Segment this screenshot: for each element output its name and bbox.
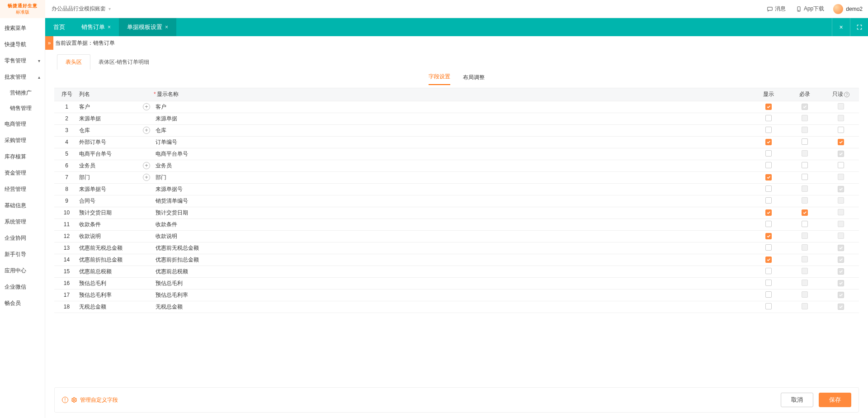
cell-display-name[interactable]: 无税总金额 xyxy=(154,301,750,313)
cell-display-name[interactable]: 优惠前折扣总金额 xyxy=(154,254,750,266)
checkbox[interactable] xyxy=(765,256,772,263)
checkbox[interactable] xyxy=(765,291,772,298)
sidebar-subitem[interactable]: 营销推广 xyxy=(0,85,45,100)
workspace-tab[interactable]: 首页 xyxy=(45,18,73,36)
user-name[interactable]: demo2 xyxy=(846,6,863,12)
checkbox[interactable] xyxy=(838,127,844,133)
fullscreen-icon[interactable] xyxy=(850,18,868,36)
checkbox[interactable] xyxy=(765,150,772,157)
checkbox[interactable] xyxy=(765,233,772,239)
field-table-wrap[interactable]: 序号 列名 *显示名称 显示 必录 只读? 1客户+客户2来源单据来源单据3仓库… xyxy=(54,88,859,383)
sidebar-item[interactable]: 零售管理▾ xyxy=(0,52,45,69)
sidebar-item[interactable]: 库存核算 xyxy=(0,148,45,165)
cell-display-name[interactable]: 收款说明 xyxy=(154,230,750,242)
checkbox[interactable] xyxy=(765,209,772,216)
cell-display-name[interactable]: 客户 xyxy=(154,101,750,113)
col-show: 显示 xyxy=(750,88,787,101)
cell-idx: 15 xyxy=(54,266,79,277)
checkbox[interactable] xyxy=(838,162,844,168)
context-doc: 销售订单 xyxy=(93,40,115,46)
add-icon[interactable]: + xyxy=(143,174,150,181)
cell-ro xyxy=(823,160,859,171)
close-all-icon[interactable]: × xyxy=(832,18,850,36)
cell-idx: 17 xyxy=(54,289,79,301)
cell-display-name[interactable]: 仓库 xyxy=(154,124,750,136)
table-row: 18无税总金额无税总金额 xyxy=(54,301,859,313)
cell-req xyxy=(787,218,823,230)
brand-edition: 标准版 xyxy=(16,9,29,15)
cell-display-name[interactable]: 来源单据号 xyxy=(154,183,750,195)
svg-point-3 xyxy=(73,399,75,401)
checkbox[interactable] xyxy=(765,268,772,274)
checkbox[interactable] xyxy=(765,303,772,309)
sidebar-item[interactable]: 新手引导 xyxy=(0,246,45,262)
checkbox[interactable] xyxy=(765,104,772,110)
sidebar-item[interactable]: 畅会员 xyxy=(0,295,45,311)
save-button[interactable]: 保存 xyxy=(819,393,851,407)
cell-display-name[interactable]: 收款条件 xyxy=(154,218,750,230)
checkbox[interactable] xyxy=(802,162,808,168)
sidebar-item[interactable]: 电商管理 xyxy=(0,116,45,132)
cell-display-name[interactable]: 优惠前总税额 xyxy=(154,266,750,277)
checkbox xyxy=(838,209,844,215)
checkbox[interactable] xyxy=(765,185,772,192)
sidebar-item[interactable]: 应用中心 xyxy=(0,262,45,279)
cancel-button[interactable]: 取消 xyxy=(781,393,813,407)
checkbox[interactable] xyxy=(765,280,772,286)
context-expand-icon[interactable]: » xyxy=(45,36,53,50)
cell-display-name[interactable]: 部门 xyxy=(154,171,750,183)
checkbox[interactable] xyxy=(802,209,808,216)
checkbox[interactable] xyxy=(765,197,772,204)
sidebar-item[interactable]: 资金管理 xyxy=(0,165,45,181)
messages-button[interactable]: 消息 xyxy=(767,5,786,13)
checkbox[interactable] xyxy=(802,221,808,227)
section-tab[interactable]: 表体区-销售订单明细 xyxy=(90,54,158,70)
workspace-tab[interactable]: 单据模板设置× xyxy=(119,18,176,36)
sidebar-item[interactable]: 基础信息 xyxy=(0,197,45,214)
account-set-selector[interactable]: 办公品品行业模拟账套 ▾ xyxy=(52,5,111,13)
sidebar-item[interactable]: 企业协同 xyxy=(0,230,45,246)
cell-display-name[interactable]: 销货清单编号 xyxy=(154,195,750,207)
sidebar-item[interactable]: 快捷导航 xyxy=(0,36,45,52)
checkbox[interactable] xyxy=(765,115,772,121)
cell-display-name[interactable]: 预估总毛利率 xyxy=(154,289,750,301)
cell-display-name[interactable]: 电商平台单号 xyxy=(154,148,750,160)
mode-tab[interactable]: 布局调整 xyxy=(463,74,485,85)
checkbox[interactable] xyxy=(765,221,772,227)
checkbox[interactable] xyxy=(765,139,772,145)
close-icon[interactable]: × xyxy=(165,24,168,30)
app-download-button[interactable]: App下载 xyxy=(796,5,824,13)
add-icon[interactable]: + xyxy=(143,103,150,110)
cell-display-name[interactable]: 预估总毛利 xyxy=(154,277,750,289)
checkbox[interactable] xyxy=(765,127,772,133)
sidebar-item[interactable]: 采购管理 xyxy=(0,132,45,148)
sidebar-item[interactable]: 搜索菜单 xyxy=(0,20,45,36)
checkbox[interactable] xyxy=(765,162,772,168)
mode-tab[interactable]: 字段设置 xyxy=(429,73,450,85)
sidebar-subitem[interactable]: 销售管理 xyxy=(0,100,45,116)
sidebar-item[interactable]: 企业微信 xyxy=(0,279,45,295)
cell-display-name[interactable]: 订单编号 xyxy=(154,136,750,148)
info-icon[interactable]: ? xyxy=(844,92,849,97)
section-tab[interactable]: 表头区 xyxy=(57,54,90,70)
close-icon[interactable]: × xyxy=(108,24,111,30)
checkbox[interactable] xyxy=(802,138,808,145)
checkbox[interactable] xyxy=(765,244,772,251)
manage-custom-fields-link[interactable]: ! 管理自定义字段 xyxy=(62,396,118,404)
sidebar-item[interactable]: 批发管理▴ xyxy=(0,69,45,85)
cell-display-name[interactable]: 预计交货日期 xyxy=(154,207,750,218)
cell-req xyxy=(787,207,823,218)
checkbox[interactable] xyxy=(765,174,772,180)
cell-display-name[interactable]: 优惠前无税总金额 xyxy=(154,242,750,254)
avatar[interactable] xyxy=(833,4,843,14)
checkbox[interactable] xyxy=(802,174,808,180)
add-icon[interactable]: + xyxy=(143,127,150,134)
add-icon[interactable]: + xyxy=(143,162,150,169)
sidebar-item[interactable]: 经营管理 xyxy=(0,181,45,197)
table-row: 7部门+部门 xyxy=(54,171,859,183)
sidebar-item[interactable]: 系统管理 xyxy=(0,214,45,230)
workspace-tab[interactable]: 销售订单× xyxy=(73,18,119,36)
cell-display-name[interactable]: 来源单据 xyxy=(154,113,750,124)
checkbox[interactable] xyxy=(838,139,844,145)
cell-display-name[interactable]: 业务员 xyxy=(154,160,750,171)
